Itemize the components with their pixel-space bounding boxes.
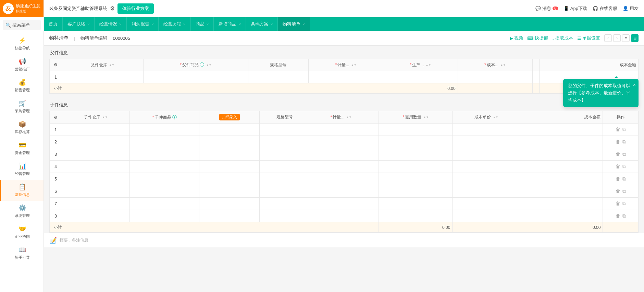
view-action[interactable]: ▶ 视频 xyxy=(510,35,523,41)
copy-icon[interactable]: ⧉ xyxy=(622,176,626,182)
cell-goods[interactable] xyxy=(143,71,248,83)
table-view-button[interactable]: ⊞ xyxy=(631,34,639,42)
sidebar-item-finance[interactable]: 💳 资金管理 xyxy=(0,138,44,159)
sidebar-item-system[interactable]: ⚙️ 系统管理 xyxy=(0,201,44,222)
cell-child-warehouse[interactable] xyxy=(62,198,130,210)
cell-child-warehouse[interactable] xyxy=(62,124,130,136)
cell-child-spec[interactable] xyxy=(260,185,310,198)
user-button[interactable]: 👤 用友 xyxy=(623,5,639,12)
cell-child-spec[interactable] xyxy=(260,124,310,136)
tab-home[interactable]: 首页 xyxy=(44,17,63,31)
cell-child-spec[interactable] xyxy=(260,161,310,173)
delete-icon[interactable]: 🗑 xyxy=(616,139,620,145)
cell-unit-price[interactable] xyxy=(453,173,520,185)
cell-child-spec[interactable] xyxy=(260,148,310,161)
tooltip-close-button[interactable]: × xyxy=(633,81,636,89)
sort-icon[interactable]: ▲▼ xyxy=(423,116,429,119)
copy-icon[interactable]: ⧉ xyxy=(622,164,626,170)
next-arrow[interactable]: › xyxy=(613,34,621,42)
cell-unit-price[interactable] xyxy=(453,136,520,148)
cell-needed-qty[interactable] xyxy=(379,198,453,210)
tab-barcode[interactable]: 条码方案 × xyxy=(246,17,278,31)
extract-cost-action[interactable]: ↓ 提取成本 xyxy=(552,35,573,41)
cell-child-unit[interactable] xyxy=(310,198,372,210)
cell-child-unit[interactable] xyxy=(310,124,372,136)
cell-child-unit[interactable] xyxy=(310,136,372,148)
delete-icon[interactable]: 🗑 xyxy=(616,176,620,182)
sort-icon[interactable]: ▲▼ xyxy=(102,116,108,119)
tab-close-icon[interactable]: × xyxy=(151,22,153,26)
cell-needed-qty[interactable] xyxy=(379,148,453,161)
tab-goods[interactable]: 商品 × xyxy=(191,17,214,31)
tab-customer[interactable]: 客户联络 × xyxy=(63,17,95,31)
copy-icon[interactable]: ⧉ xyxy=(622,139,626,145)
copy-icon[interactable]: ⧉ xyxy=(622,127,626,132)
sort-icon[interactable]: ▲▼ xyxy=(500,63,506,67)
cell-child-spec[interactable] xyxy=(260,136,310,148)
sort-icon[interactable]: ▲▼ xyxy=(206,63,212,67)
shortcuts-action[interactable]: ⌨ 快捷键 xyxy=(527,35,548,41)
cell-child-goods[interactable] xyxy=(130,124,199,136)
messages-button[interactable]: 💬 消息 6 xyxy=(535,5,558,12)
sort-icon[interactable]: ▲▼ xyxy=(426,63,431,67)
cell-child-goods[interactable] xyxy=(130,185,199,198)
cell-child-goods[interactable] xyxy=(130,136,199,148)
sidebar-item-basic-info[interactable]: 📋 基础信息 xyxy=(0,180,44,201)
tab-close-icon[interactable]: × xyxy=(207,22,209,26)
cell-needed-qty[interactable] xyxy=(379,173,453,185)
sidebar-item-purchase[interactable]: 🛒 采购管理 xyxy=(0,96,44,117)
cell-cost[interactable] xyxy=(458,71,532,83)
app-download-button[interactable]: 📱 App下载 xyxy=(564,5,587,12)
tab-operations[interactable]: 经营情况 × xyxy=(95,17,126,31)
sidebar-item-sales[interactable]: 💰 销售管理 xyxy=(0,75,44,96)
online-service-button[interactable]: 🎧 在线客服 xyxy=(593,5,617,12)
cell-child-goods[interactable] xyxy=(130,198,199,210)
cell-child-unit[interactable] xyxy=(310,148,372,161)
cell-needed-qty[interactable] xyxy=(379,161,453,173)
sidebar-item-operations[interactable]: 📊 经营管理 xyxy=(0,159,44,180)
delete-icon[interactable]: 🗑 xyxy=(616,201,620,207)
prev-arrow[interactable]: ‹ xyxy=(604,34,612,42)
tab-bom[interactable]: 物料清单 × xyxy=(278,17,310,31)
cell-child-unit[interactable] xyxy=(310,210,372,222)
sidebar-item-cooperation[interactable]: 🤝 企业协同 xyxy=(0,222,44,243)
tab-new-goods[interactable]: 新增商品 × xyxy=(214,17,246,31)
sort-icon[interactable]: ▲▼ xyxy=(493,116,498,119)
cell-child-unit[interactable] xyxy=(310,173,372,185)
cell-child-goods[interactable] xyxy=(130,148,199,161)
delete-icon[interactable]: 🗑 xyxy=(616,164,620,170)
cell-needed-qty[interactable] xyxy=(379,136,453,148)
cell-warehouse[interactable] xyxy=(62,71,144,83)
th-child-settings[interactable]: ⚙ xyxy=(50,111,62,124)
copy-icon[interactable]: ⧉ xyxy=(622,201,626,207)
tab-profit[interactable]: 利润报告 × xyxy=(127,17,159,31)
cell-child-unit[interactable] xyxy=(310,185,372,198)
cell-child-warehouse[interactable] xyxy=(62,173,130,185)
sort-icon[interactable]: ▲▼ xyxy=(109,63,114,67)
copy-icon[interactable]: ⧉ xyxy=(622,188,626,194)
cell-needed-qty[interactable] xyxy=(379,124,453,136)
copy-icon[interactable]: ⧉ xyxy=(622,151,626,157)
delete-icon[interactable]: 🗑 xyxy=(616,213,620,219)
cell-unit-price[interactable] xyxy=(453,124,520,136)
cell-child-spec[interactable] xyxy=(260,210,310,222)
cell-unit-price[interactable] xyxy=(453,161,520,173)
tab-close-icon[interactable]: × xyxy=(119,22,121,26)
sidebar-item-guide[interactable]: 📖 新手引导 xyxy=(0,243,44,264)
sidebar-item-shortcuts[interactable]: ⚡ 快捷导航 xyxy=(0,33,44,54)
sort-icon[interactable]: ▲▼ xyxy=(351,63,357,67)
cell-needed-qty[interactable] xyxy=(379,185,453,198)
cell-child-warehouse[interactable] xyxy=(62,136,130,148)
cell-unit-price[interactable] xyxy=(453,185,520,198)
cell-unit-price[interactable] xyxy=(453,198,520,210)
delete-icon[interactable]: 🗑 xyxy=(616,151,620,157)
copy-icon[interactable]: ⧉ xyxy=(622,213,626,219)
cell-child-spec[interactable] xyxy=(260,173,310,185)
delete-icon[interactable]: 🗑 xyxy=(616,127,620,132)
sidebar-item-inventory[interactable]: 📦 库存核算 xyxy=(0,117,44,138)
th-settings[interactable]: ⚙ xyxy=(50,59,62,71)
sort-icon[interactable]: ▲▼ xyxy=(346,116,352,119)
cell-child-warehouse[interactable] xyxy=(62,161,130,173)
tab-close-icon[interactable]: × xyxy=(183,22,185,26)
search-menu-button[interactable]: 🔍 搜索菜单 xyxy=(3,20,41,30)
